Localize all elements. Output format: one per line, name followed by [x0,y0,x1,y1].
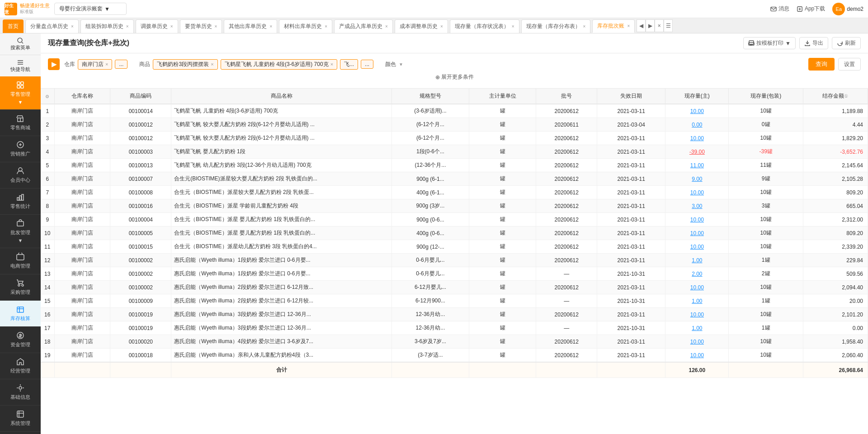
sidebar-item-purchase[interactable]: 采购管理 [0,274,41,301]
tab-9[interactable]: 现存量（库存状况表） × [450,19,519,33]
settings-btn[interactable]: 设置 [838,58,861,71]
product-tag-1[interactable]: 飞鹤奶粉3段丙摆摆装 × [153,59,217,70]
tab-close-1[interactable]: × [71,24,74,29]
sidebar-search[interactable]: 搜索英单 [0,33,41,55]
cell-spec: 12-36月幼... [392,321,469,335]
user-area[interactable]: Ea demo2 [832,3,863,15]
cell-qty-main[interactable]: 10.00 [665,132,729,145]
tab-close-active[interactable]: × [627,24,630,28]
tab-6[interactable]: 材料出库单历史 × [279,19,332,33]
cell-qty-main[interactable]: -39.00 [665,145,729,159]
export-btn[interactable]: 导出 [799,37,828,49]
th-settings[interactable]: ⚙ [41,89,54,104]
cell-qty-pack: 10罐 [729,281,803,294]
tab-8[interactable]: 成本调整单历史 × [395,19,448,33]
cell-warehouse: 南岸门店 [54,226,110,240]
tab-5[interactable]: 其他出库单历史 × [224,19,277,33]
cell-amount: 2,339.20 [803,240,868,254]
tab-close-9[interactable]: × [512,24,514,29]
cell-spec: 3-6岁及7岁... [392,335,469,349]
cell-qty-main[interactable]: 10.00 [665,240,729,254]
query-btn[interactable]: 查询 [808,58,835,71]
tab-next-btn[interactable]: ▶ [646,19,655,32]
tab-7[interactable]: 产成品入库单历史 × [334,19,393,33]
cell-qty-main[interactable]: 2.00 [665,267,729,281]
sidebar-item-retail-shop[interactable]: 零售商城 [0,110,41,136]
sidebar-item-system[interactable]: 系统管理 [0,406,41,432]
product-more[interactable]: ... [361,60,373,69]
cell-name: 合生元（BIOSTIME）派星 学龄前儿童配方奶粉 4段 [171,199,392,213]
cell-qty-main[interactable]: 10.00 [665,281,729,294]
cell-warehouse: 南岸门店 [54,159,110,172]
template-print-btn[interactable]: 按模板打印 ▼ [743,37,796,49]
cell-qty-main[interactable]: 10.00 [665,213,729,226]
sidebar-item-ecommerce[interactable]: 电商管理 [0,248,41,274]
cell-code: 00100002 [110,281,171,294]
cell-qty-main[interactable]: 10.00 [665,226,729,240]
refresh-btn[interactable]: 刷新 [832,37,861,49]
tab-active[interactable]: 库存批次账 × [592,19,635,33]
product-tag-3[interactable]: 飞... [340,59,358,70]
tab-4[interactable]: 要货单历史 × [180,19,222,33]
sidebar-item-finance[interactable]: 资金管理 [0,327,41,353]
sidebar-item-retail-stats[interactable]: 零售统计 [0,189,41,215]
cell-qty-main[interactable]: 1.00 [665,294,729,308]
cell-qty-main[interactable]: 10.00 [665,186,729,199]
tab-home[interactable]: 首页 [3,19,24,33]
expand-conditions-btn[interactable]: ⊕ 展开更多条件 [48,71,861,84]
tab-2[interactable]: 组装拆卸单历史 × [80,19,134,33]
cell-qty-main[interactable]: 10.00 [665,335,729,349]
cell-qty-main[interactable]: 11.00 [665,159,729,172]
tab-close-5[interactable]: × [269,24,272,29]
cell-qty-main[interactable]: 10.00 [665,104,729,118]
tab-close-6[interactable]: × [325,24,327,29]
cell-code: 00100012 [110,118,171,132]
filter-expand-btn[interactable]: ▶ [48,58,60,70]
sidebar-item-member[interactable]: 会员中心 [0,162,41,189]
th-unit: 主计量单位 [469,89,536,104]
workspace-selector[interactable]: 母婴行业演示账套 ▼ [54,3,127,15]
warehouse-close[interactable]: × [105,61,108,67]
sidebar-item-retail-mgmt[interactable]: 零售管理 ▼ [0,76,41,110]
message-btn[interactable]: 消息 [770,5,789,13]
tab-close-10[interactable]: × [583,24,586,29]
tab-3[interactable]: 调拨单历史 × [136,19,178,33]
product-tag-1-close[interactable]: × [211,61,213,67]
cell-qty-main[interactable]: 0.00 [665,118,729,132]
warehouse-more[interactable]: ... [115,60,127,69]
cell-warehouse: 南岸门店 [54,335,110,349]
sidebar-item-enterprise[interactable]: 企业协同 [0,432,41,434]
tab-close-4[interactable]: × [215,24,217,29]
sidebar-item-inventory[interactable]: 库存核算 [0,301,41,327]
cell-batch: 20200612 [536,132,597,145]
tab-menu-btn[interactable]: ☰ [664,19,673,32]
cell-qty-main[interactable]: 10.00 [665,349,729,363]
cell-qty-main[interactable]: 9.00 [665,172,729,186]
cell-spec: (3-7岁适... [392,349,469,363]
cell-warehouse: 南岸门店 [54,240,110,254]
tab-close-8[interactable]: × [440,24,443,29]
product-tag-2[interactable]: 飞鹤星飞帆 儿童奶粉 4段(3-6岁适用) 700克 × [221,59,337,70]
cell-qty-main[interactable]: 1.00 [665,254,729,267]
sidebar-item-marketing[interactable]: 营销推广 [0,136,41,162]
table-row: 7 南岸门店 00100008 合生元（BIOSTIME）派星较大婴儿配方奶粉 … [41,186,868,199]
product-tag-2-close[interactable]: × [330,61,333,67]
cell-expire: 2021-03-11 [597,308,665,321]
tab-close-all-btn[interactable]: × [655,19,664,32]
tab-close-3[interactable]: × [170,24,173,29]
sidebar-item-wholesale[interactable]: 批发管理 ▼ [0,215,41,248]
tab-close-7[interactable]: × [385,24,388,29]
cell-qty-main[interactable]: 10.00 [665,308,729,321]
app-download-btn[interactable]: App下载 [797,5,825,13]
sidebar-nav[interactable]: 快捷导航 [0,55,41,76]
sidebar-item-operations[interactable]: 经营管理 [0,353,41,379]
tab-close-2[interactable]: × [126,24,129,29]
color-dropdown-arrow[interactable]: ▼ [399,62,403,67]
tab-prev-btn[interactable]: ◀ [637,19,646,32]
tab-1[interactable]: 分量盘点单历史 × [25,19,79,33]
tab-10[interactable]: 现存量（库存分布表） × [521,19,591,33]
cell-qty-main[interactable]: 3.00 [665,199,729,213]
sidebar-item-basics[interactable]: 基础信息 [0,379,41,406]
cell-qty-main[interactable]: 1.00 [665,321,729,335]
warehouse-tag[interactable]: 南岸门店 × [78,59,112,70]
